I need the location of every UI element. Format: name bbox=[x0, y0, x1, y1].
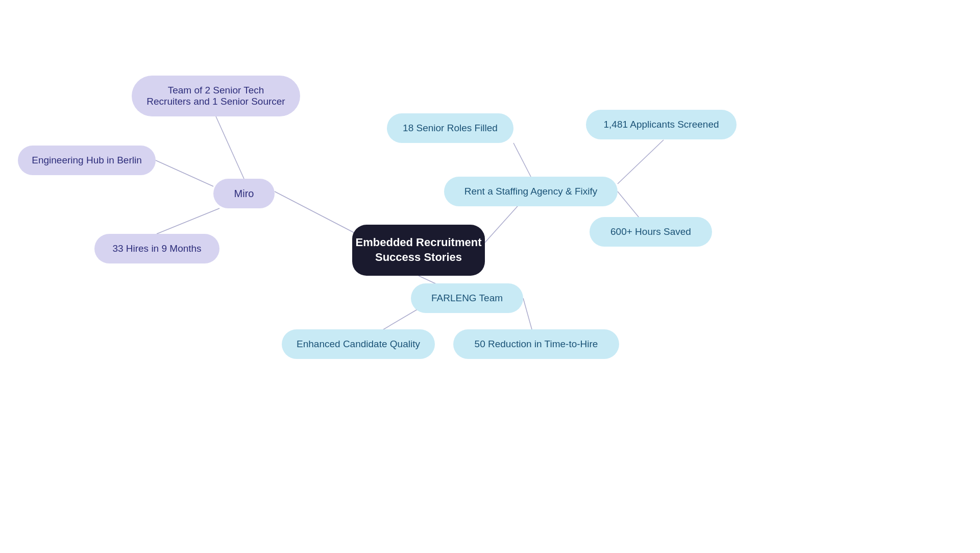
hours-saved-label: 600+ Hours Saved bbox=[610, 226, 691, 237]
engineering-hub-label: Engineering Hub in Berlin bbox=[32, 155, 141, 166]
hours-saved-node[interactable]: 600+ Hours Saved bbox=[590, 217, 712, 247]
hires-months-node[interactable]: 33 Hires in 9 Months bbox=[94, 234, 219, 263]
team-senior-label: Team of 2 Senior TechRecruiters and 1 Se… bbox=[146, 85, 285, 107]
rent-staffing-label: Rent a Staffing Agency & Fixify bbox=[464, 186, 598, 197]
svg-line-1 bbox=[216, 116, 244, 179]
farleng-team-node[interactable]: FARLENG Team bbox=[411, 283, 523, 313]
reduction-time-label: 50 Reduction in Time-to-Hire bbox=[475, 339, 598, 350]
center-node-label: Embedded RecruitmentSuccess Stories bbox=[356, 235, 482, 265]
applicants-screened-label: 1,481 Applicants Screened bbox=[603, 119, 719, 130]
enhanced-candidate-node[interactable]: Enhanced Candidate Quality bbox=[282, 329, 435, 359]
rent-staffing-node[interactable]: Rent a Staffing Agency & Fixify bbox=[444, 177, 618, 206]
svg-line-6 bbox=[618, 140, 664, 184]
engineering-hub-node[interactable]: Engineering Hub in Berlin bbox=[18, 146, 156, 175]
svg-line-2 bbox=[156, 160, 213, 186]
svg-line-3 bbox=[157, 208, 219, 234]
senior-roles-label: 18 Senior Roles Filled bbox=[403, 123, 498, 134]
enhanced-candidate-label: Enhanced Candidate Quality bbox=[297, 339, 420, 350]
team-senior-node[interactable]: Team of 2 Senior TechRecruiters and 1 Se… bbox=[132, 76, 300, 116]
center-node[interactable]: Embedded RecruitmentSuccess Stories bbox=[352, 225, 485, 276]
reduction-time-node[interactable]: 50 Reduction in Time-to-Hire bbox=[453, 329, 619, 359]
svg-line-5 bbox=[513, 143, 531, 177]
miro-node[interactable]: Miro bbox=[213, 179, 275, 208]
farleng-team-label: FARLENG Team bbox=[431, 293, 503, 304]
hires-months-label: 33 Hires in 9 Months bbox=[112, 243, 201, 254]
applicants-screened-node[interactable]: 1,481 Applicants Screened bbox=[586, 110, 737, 139]
miro-node-label: Miro bbox=[234, 188, 254, 200]
senior-roles-node[interactable]: 18 Senior Roles Filled bbox=[387, 113, 513, 143]
